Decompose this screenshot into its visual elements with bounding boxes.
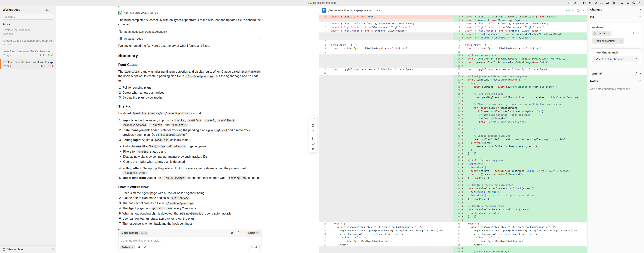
model-dropdown[interactable]: Default <box>120 245 135 250</box>
git-section-header[interactable]: Git <box>588 13 644 21</box>
diff-line <box>319 96 453 99</box>
git-compare-icon[interactable] <box>312 148 315 150</box>
help-icon[interactable] <box>632 1 635 4</box>
changes-section-header[interactable]: Changes <box>588 6 644 13</box>
notes-section-header[interactable]: Notes <box>588 77 644 85</box>
dots-handle-icon[interactable] <box>311 118 315 119</box>
open-pull-request-button[interactable]: Open pull request <box>592 38 618 44</box>
diff-line: 54+ <box>453 201 587 204</box>
diff-line: 2+import { invoke } from "@tauri-apps/ap… <box>453 18 587 22</box>
workspace-item[interactable]: Install and integrate Vibe Kanban Web7h … <box>0 48 56 58</box>
diff-line <box>319 18 453 22</box>
workspace-timestamp: 6h ago <box>4 43 11 46</box>
diff-line: 15 <ChatInterface /> <box>319 236 453 240</box>
panel-left-icon[interactable] <box>582 1 586 4</box>
theme-icon[interactable] <box>588 1 592 4</box>
diff-line <box>319 141 453 145</box>
diff-line <box>319 250 453 253</box>
diff-line <box>319 36 453 40</box>
chevron-down-icon[interactable] <box>259 37 262 40</box>
chevron-right-icon <box>639 8 641 11</box>
workspace-item[interactable]: Explore the codebase I want you to exp7h… <box>0 58 56 69</box>
todos-green-icon[interactable] <box>236 232 239 234</box>
monitor-icon[interactable] <box>606 1 609 4</box>
diff-line: 9const Agent = () => { <box>453 43 587 47</box>
diff-new-column: 1+import { useState, useEffect, useRef, … <box>453 15 587 253</box>
list-item: The response is written back and the hoo… <box>122 222 262 226</box>
paperclip-icon[interactable] <box>138 246 141 249</box>
pen-icon[interactable] <box>144 246 147 249</box>
spark-icon[interactable] <box>230 232 234 234</box>
panel-right-icon[interactable] <box>612 1 615 4</box>
diff-line: 25+ <box>453 99 587 103</box>
diff-line: 63 <div className="flex flex-1 overflow-… <box>453 232 587 236</box>
play-icon[interactable] <box>312 137 315 140</box>
send-button[interactable]: Send <box>248 244 260 250</box>
spinner-icon[interactable] <box>242 232 244 234</box>
diff-line <box>319 190 453 194</box>
more-options-icon[interactable] <box>636 32 639 35</box>
monitor-icon[interactable] <box>312 142 315 145</box>
chevron-down-icon <box>620 40 622 42</box>
section-heading: Root Cause <box>118 63 262 67</box>
pause-icon[interactable] <box>568 1 571 4</box>
workspace-search-input[interactable] <box>2 14 54 20</box>
view-archive-button[interactable]: View Archive 0 <box>0 246 56 253</box>
split-diff-icon[interactable] <box>577 9 580 12</box>
diff-line <box>319 218 453 222</box>
working-branch-input[interactable]: vk/3ccf-explore-the-code <box>592 56 639 62</box>
diff-line <box>319 124 453 127</box>
diff-line: 16 {sidebarOpen && <RightSidebar />} <box>319 240 453 243</box>
diff-line: 49+ // Handle plan review completion <box>453 183 587 187</box>
diff-line <box>319 103 453 106</box>
inline-code: loadPlans <box>154 138 169 142</box>
diff-file-header[interactable]: TS /medusa/medusa/src/pages/Agent.tsx +5… <box>319 6 587 15</box>
edit-pencil-icon <box>634 58 637 60</box>
tool-call-row[interactable]: Read medusa/src/pages/Agent.tsx <box>118 30 262 34</box>
diff-line <box>319 60 453 64</box>
expand-icon[interactable] <box>634 72 637 75</box>
workspace-meta: 7h ago2+61-3 <box>4 64 54 68</box>
workspaces-header: Workspaces <box>0 6 56 13</box>
inline-code: medusa/src/pages/Agent.tsx <box>149 112 190 115</box>
diff-line: 1+import { useState, useEffect, useRef, … <box>453 15 587 18</box>
inline-code: ExitPlanMode <box>170 196 190 200</box>
notes-placeholder[interactable]: Add notes about this workspace... <box>588 85 644 93</box>
layers-icon[interactable] <box>46 8 49 11</box>
add-workspace-button[interactable] <box>51 8 54 11</box>
terminal-section-header[interactable]: Terminal <box>588 70 644 77</box>
floating-toolbar <box>309 116 318 152</box>
diff-line: 43+ useEffect(() => { <box>453 162 587 166</box>
workspace-item[interactable]: Create Good First Issues on Github So p6… <box>0 37 56 48</box>
settings-icon[interactable] <box>638 1 641 4</box>
menu-icon[interactable] <box>620 1 624 4</box>
numbered-list: Imports: Added necessary imports for inv… <box>118 118 262 142</box>
tool-call-row[interactable]: npm run build 2>&1 | tail -80 <box>118 11 262 15</box>
workspace-item[interactable]: Explore the codebase35m ago <box>0 26 56 37</box>
chevron-down-icon[interactable] <box>582 9 585 12</box>
branch-selector[interactable]: master <box>592 31 612 36</box>
pull-request-options-button[interactable] <box>618 38 624 44</box>
diff-line <box>319 180 453 183</box>
terminal-icon[interactable] <box>600 1 603 4</box>
announce-icon[interactable] <box>626 1 629 4</box>
copy-icon[interactable] <box>312 129 315 132</box>
tool-call-row[interactable]: Updated Todos <box>118 36 262 40</box>
inline-code: PlanReviewModal <box>122 123 147 127</box>
diff-line: 31+ break; // Only open one at a time <box>453 120 587 124</box>
collapse-up-icon[interactable] <box>574 1 577 4</box>
inline-code: get_all_plans <box>152 207 173 210</box>
message-input[interactable]: Continue working on this task... <box>118 236 262 244</box>
latest-dropdown[interactable]: Latest <box>247 231 260 235</box>
composer-status-bar: 2 files changed +61 -3 Latest <box>118 229 262 236</box>
git-compare-icon[interactable] <box>594 1 597 4</box>
inline-code: Pending <box>136 150 149 153</box>
diff-line: 32+ } <box>453 124 587 127</box>
diff-line: 28+ if (!previousPlanIdsRef.current.has(… <box>453 110 587 113</box>
numbered-list: User is on the Agent page with a Docker-… <box>118 191 262 226</box>
diff-view-icon[interactable] <box>312 124 315 127</box>
workspace-title: Explore the codebase I want you to exp <box>4 60 54 64</box>
diff-line <box>319 187 453 190</box>
files-changed-chip[interactable]: 2 files changed +61 -3 <box>120 231 148 235</box>
diff-line: 33+ } <box>453 127 587 131</box>
